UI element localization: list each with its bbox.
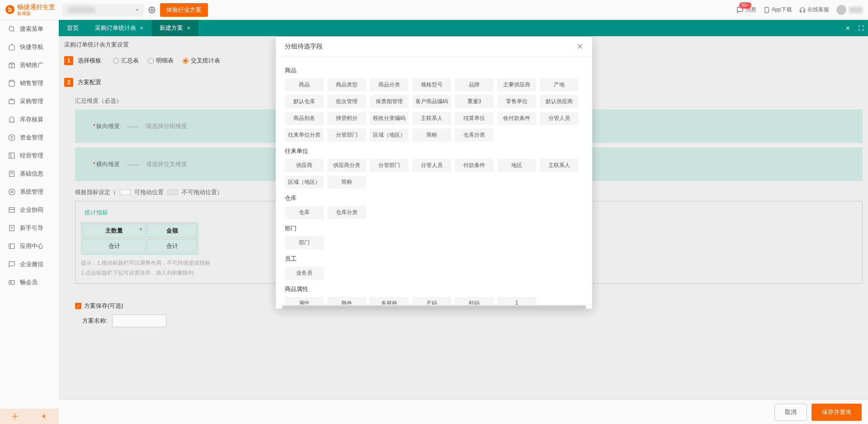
field-item[interactable]: 颜色 (327, 297, 366, 305)
modal-title: 分组待选字段 (285, 43, 323, 51)
field-item[interactable]: 摔货积分 (327, 112, 366, 125)
field-item[interactable]: 商品分类 (370, 78, 409, 91)
field-item[interactable]: 业务员 (285, 267, 324, 280)
field-grid: 仓库仓库分类 (285, 206, 583, 219)
field-item[interactable]: 鞋码 (455, 297, 494, 305)
field-item[interactable]: 地区 (497, 159, 536, 172)
field-item[interactable]: 零售单位 (497, 95, 536, 108)
field-item[interactable]: 分管部门 (370, 159, 409, 172)
field-item[interactable]: 规格型号 (412, 78, 451, 91)
field-item[interactable]: 重量3 (455, 95, 494, 108)
field-item[interactable]: 客户商品编码 (412, 95, 451, 108)
field-section-title: 往来单位 (285, 147, 583, 155)
modal-close-button[interactable]: ✕ (576, 43, 583, 51)
field-item[interactable]: 仓库 (285, 206, 324, 219)
field-item[interactable]: 部门 (285, 236, 324, 249)
field-item[interactable]: 主联系人 (412, 112, 451, 125)
field-item[interactable]: 区域（地区） (370, 129, 409, 142)
field-section-title: 商品属性 (285, 285, 583, 293)
field-item[interactable]: 默认供应商 (540, 95, 579, 108)
field-item[interactable]: 主要供应商 (497, 78, 536, 91)
field-item[interactable]: 收付款条件 (497, 112, 536, 125)
field-item[interactable]: 结算单位 (455, 112, 494, 125)
field-item[interactable]: 仓库分类 (327, 206, 366, 219)
field-item[interactable]: 多规格 (370, 297, 409, 305)
field-item[interactable]: 商品别名 (285, 112, 324, 125)
field-item[interactable]: 分管部门 (327, 129, 366, 142)
field-item[interactable]: 付款条件 (455, 159, 494, 172)
field-item[interactable]: 主联系人 (540, 159, 579, 172)
field-grid: 属性颜色多规格尺码鞋码1 (285, 297, 583, 305)
field-item[interactable]: 税收分类编码 (370, 112, 409, 125)
field-grid: 业务员 (285, 267, 583, 280)
field-grid: 供应商供应商分类分管部门分管人员付款条件地区主联系人区域（地区）简称 (285, 159, 583, 189)
horizontal-scrollbar[interactable] (276, 305, 592, 309)
field-item[interactable]: 产地 (540, 78, 579, 91)
field-item[interactable]: 简称 (412, 129, 451, 142)
field-item[interactable]: 尺码 (412, 297, 451, 305)
field-item[interactable]: 批次管理 (327, 95, 366, 108)
field-item[interactable]: 供应商分类 (327, 159, 366, 172)
field-selection-modal: 分组待选字段 ✕ 商品商品商品类型商品分类规格型号品牌主要供应商产地默认仓库批次… (276, 37, 592, 309)
modal-overlay: 分组待选字段 ✕ 商品商品商品类型商品分类规格型号品牌主要供应商产地默认仓库批次… (0, 0, 868, 424)
field-section-title: 部门 (285, 224, 583, 233)
field-grid: 商品商品类型商品分类规格型号品牌主要供应商产地默认仓库批次管理保质期管理客户商品… (285, 78, 583, 142)
field-item[interactable]: 仓库分类 (455, 129, 494, 142)
field-item[interactable]: 属性 (285, 297, 324, 305)
field-item[interactable]: 1 (497, 297, 536, 305)
field-item[interactable]: 区域（地区） (285, 176, 324, 189)
field-section-title: 员工 (285, 255, 583, 263)
field-item[interactable]: 品牌 (455, 78, 494, 91)
field-item[interactable]: 分管人员 (540, 112, 579, 125)
field-item[interactable]: 供应商 (285, 159, 324, 172)
field-section-title: 商品 (285, 67, 583, 75)
field-item[interactable]: 商品 (285, 78, 324, 91)
field-item[interactable]: 保质期管理 (370, 95, 409, 108)
field-item[interactable]: 商品类型 (327, 78, 366, 91)
field-item[interactable]: 往来单位分类 (285, 129, 324, 142)
field-item[interactable]: 默认仓库 (285, 95, 324, 108)
field-item[interactable]: 简称 (327, 176, 366, 189)
field-section-title: 仓库 (285, 194, 583, 202)
field-grid: 部门 (285, 236, 583, 249)
field-item[interactable]: 分管人员 (412, 159, 451, 172)
